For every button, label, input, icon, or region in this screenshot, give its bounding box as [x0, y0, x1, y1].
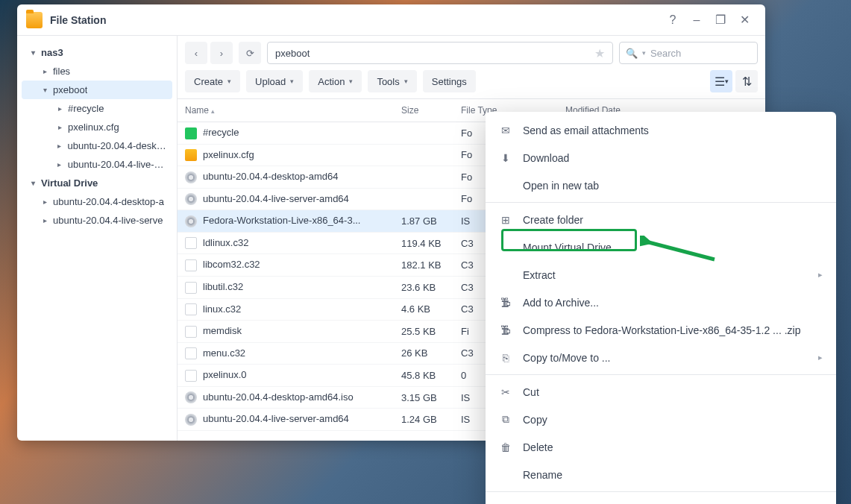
app-title: File Station	[50, 14, 106, 26]
tree-item-ubuntu-20-04-4-live-ser[interactable]: ▸ubuntu-20.04.4-live-ser	[22, 155, 172, 174]
file-name: menu.c32	[203, 347, 245, 359]
menu-open-in-new-tab[interactable]: Open in new tab	[486, 171, 836, 199]
tree-item-ubuntu-20-04-4-desktop-a[interactable]: ▸ubuntu-20.04.4-desktop-a	[22, 192, 172, 211]
folder-icon	[185, 149, 197, 161]
tree-label: ubuntu-20.04.4-desktop	[68, 140, 167, 151]
file-name: #recycle	[203, 127, 239, 138]
search-field[interactable]: 🔍▾ Search	[619, 42, 758, 64]
tree-item-ubuntu-20-04-4-live-serve[interactable]: ▸ubuntu-20.04.4-live-serve	[22, 211, 172, 230]
tree-caret[interactable]: ▸	[54, 123, 65, 131]
tree-item-pxelinux-cfg[interactable]: ▸pxelinux.cfg	[22, 118, 172, 136]
menu-cut[interactable]: ✂Cut	[486, 378, 836, 406]
tree-label: ubuntu-20.04.4-live-ser	[68, 159, 166, 170]
search-placeholder: Search	[650, 48, 681, 59]
menu-create-desktop-shortcut[interactable]: Create desktop shortcut	[486, 495, 836, 504]
menu-copy[interactable]: ⧉Copy	[486, 406, 836, 433]
menu-send-as-email-attachments[interactable]: ✉Send as email attachments	[486, 116, 836, 144]
file-size: 1.24 GB	[394, 409, 453, 431]
tree-item--recycle[interactable]: ▸#recycle	[22, 99, 172, 118]
favorite-icon[interactable]: ★	[594, 46, 605, 60]
menu-label: Open in new tab	[523, 180, 599, 192]
menu-add-to-archive[interactable]: 🗜Add to Archive...	[486, 289, 836, 316]
file-icon	[185, 259, 197, 271]
action-toolbar: Create▾ Upload▾ Action▾ Tools▾ Settings …	[178, 70, 765, 98]
blank-icon	[499, 241, 512, 254]
tree-caret[interactable]: ▸	[54, 104, 65, 113]
disc-icon	[185, 414, 197, 426]
file-size	[394, 122, 453, 145]
sort-button[interactable]: ⇅	[735, 70, 758, 92]
tree-item-ubuntu-20-04-4-desktop[interactable]: ▸ubuntu-20.04.4-desktop	[22, 136, 172, 155]
create-button[interactable]: Create▾	[185, 70, 240, 92]
tree-label: pxeboot	[53, 84, 87, 95]
tree-item-virtual-drive[interactable]: ▾Virtual Drive	[22, 174, 172, 192]
file-name: pxelinux.cfg	[203, 149, 254, 160]
copy-icon: ⧉	[499, 413, 512, 426]
list-view-button[interactable]: ☰▾	[710, 70, 732, 92]
tree-item-nas3[interactable]: ▾nas3	[22, 43, 172, 62]
file-name: memdisk	[203, 325, 242, 336]
menu-compress-to-fedora-workstation-live-x86-64-35-1-2-zip[interactable]: 🗜Compress to Fedora-Workstation-Live-x86…	[486, 316, 836, 344]
tree-caret[interactable]: ▾	[28, 179, 38, 187]
search-icon: 🔍	[626, 48, 638, 59]
menu-label: Copy	[523, 414, 547, 426]
upload-button[interactable]: Upload▾	[246, 70, 303, 92]
col-name[interactable]: Name	[178, 99, 394, 122]
file-size: 119.4 KB	[394, 232, 453, 254]
menu-label: Add to Archive...	[523, 297, 599, 309]
menu-download[interactable]: ⬇Download	[486, 144, 836, 171]
context-menu: ✉Send as email attachments⬇DownloadOpen …	[486, 112, 836, 504]
menu-separator	[486, 491, 836, 492]
menu-separator	[486, 374, 836, 375]
tree-label: Virtual Drive	[41, 177, 98, 189]
forward-button[interactable]: ›	[210, 42, 233, 64]
disc-icon	[185, 391, 197, 403]
search-options-caret[interactable]: ▾	[642, 49, 646, 57]
close-button[interactable]: ✕	[732, 8, 756, 32]
action-button[interactable]: Action▾	[309, 70, 362, 92]
menu-create-folder[interactable]: ⊞Create folder	[486, 206, 836, 233]
tree-label: #recycle	[68, 103, 104, 114]
tree-caret[interactable]: ▾	[40, 86, 50, 94]
tree-caret[interactable]: ▸	[54, 142, 65, 150]
menu-label: Delete	[523, 441, 553, 453]
tree-caret[interactable]: ▸	[54, 160, 65, 168]
tree-item-files[interactable]: ▸files	[22, 62, 172, 81]
blank-icon	[499, 468, 512, 482]
blank-icon	[499, 179, 512, 192]
tree-caret[interactable]: ▸	[40, 198, 50, 206]
menu-rename[interactable]: Rename	[486, 461, 836, 488]
menu-extract[interactable]: Extract▸	[486, 261, 836, 289]
app-icon	[26, 12, 43, 28]
file-size	[394, 166, 453, 189]
folder-tree: ▾nas3▸files▾pxeboot▸#recycle▸pxelinux.cf…	[17, 36, 178, 441]
path-field[interactable]: pxeboot ★	[267, 42, 613, 64]
help-button[interactable]: ?	[661, 8, 685, 32]
nav-toolbar: ‹ › ⟳ pxeboot ★ 🔍▾ Search	[178, 36, 765, 70]
file-name: Fedora-Workstation-Live-x86_64-3...	[203, 215, 360, 226]
file-name: ubuntu-20.04.4-live-server-amd64	[203, 193, 349, 204]
file-icon	[185, 303, 197, 315]
file-icon	[185, 347, 197, 359]
tools-button[interactable]: Tools▾	[368, 70, 416, 92]
back-button[interactable]: ‹	[185, 42, 207, 64]
tree-caret[interactable]: ▾	[28, 48, 38, 57]
maximize-button[interactable]: ❐	[709, 8, 732, 32]
col-size[interactable]: Size	[394, 99, 453, 122]
menu-mount-virtual-drive[interactable]: Mount Virtual Drive	[486, 233, 836, 261]
tree-caret[interactable]: ▸	[40, 216, 50, 224]
settings-button[interactable]: Settings	[423, 70, 476, 92]
tree-item-pxeboot[interactable]: ▾pxeboot	[22, 81, 172, 99]
menu-label: Mount Virtual Drive	[523, 242, 612, 253]
menu-delete[interactable]: 🗑Delete	[486, 433, 836, 461]
file-size: 25.5 KB	[394, 321, 453, 343]
submenu-arrow: ▸	[818, 270, 823, 280]
refresh-button[interactable]: ⟳	[239, 42, 261, 64]
file-size: 1.87 GB	[394, 210, 453, 233]
titlebar: File Station ? – ❐ ✕	[17, 4, 765, 36]
path-text: pxeboot	[275, 48, 310, 59]
menu-copy-to-move-to[interactable]: ⎘Copy to/Move to ...▸	[486, 344, 836, 371]
recycle-icon	[185, 127, 197, 139]
minimize-button[interactable]: –	[685, 8, 709, 32]
tree-caret[interactable]: ▸	[40, 67, 50, 75]
